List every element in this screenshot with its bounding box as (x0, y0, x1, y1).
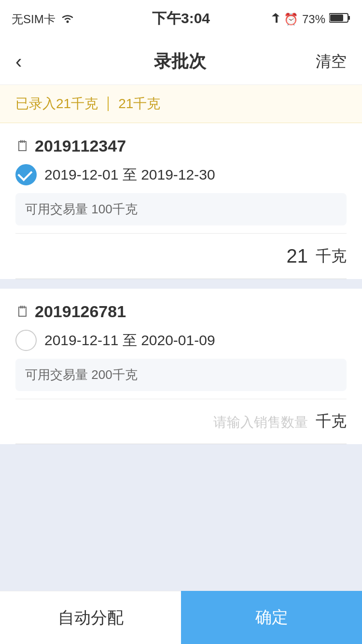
batch-1-date: 2019-12-01 至 2019-12-30 (44, 165, 215, 185)
batch-2-quantity-input[interactable] (211, 413, 308, 431)
batch-2-header: 🗒 2019126781 (0, 289, 362, 326)
batch-2-available: 可用交易量 200千克 (15, 359, 347, 391)
recorded-amount: 已录入21千克 (15, 95, 98, 113)
status-bar: 无SIM卡 下午3:04 ⏰ 73% (0, 0, 362, 39)
batch-card-1: 🗒 2019112347 2019-12-01 至 2019-12-30 可用交… (0, 123, 362, 279)
info-divider (108, 97, 109, 111)
svg-rect-3 (330, 14, 343, 21)
nav-bar: ‹ 录批次 清空 (0, 39, 362, 85)
alarm-icon: ⏰ (284, 13, 298, 26)
batch-2-id: 2019126781 (35, 302, 126, 321)
batch-1-unit: 千克 (316, 246, 347, 267)
auto-distribute-button[interactable]: 自动分配 (0, 591, 181, 644)
svg-rect-2 (348, 16, 350, 20)
batch-1-id: 2019112347 (35, 137, 126, 155)
page-title: 录批次 (154, 50, 206, 73)
batch-card-2: 🗒 2019126781 2019-12-11 至 2020-01-09 可用交… (0, 289, 362, 444)
batch-1-available: 可用交易量 100千克 (15, 193, 347, 225)
back-button[interactable]: ‹ (15, 51, 44, 72)
location-icon (271, 13, 280, 26)
wifi-icon (60, 13, 75, 26)
batch-1-quantity-row: 千克 (0, 234, 362, 279)
info-bar: 已录入21千克 21千克 (0, 85, 362, 123)
batch-1-date-row[interactable]: 2019-12-01 至 2019-12-30 (0, 160, 362, 189)
section-divider (0, 279, 362, 289)
total-amount: 21千克 (118, 95, 160, 113)
status-left: 无SIM卡 (12, 12, 75, 27)
svg-point-0 (66, 21, 69, 23)
carrier-text: 无SIM卡 (12, 12, 56, 27)
batch-2-input-row: 千克 (0, 399, 362, 444)
battery-text: 73% (302, 13, 325, 26)
battery-icon (329, 13, 350, 26)
batch-1-icon: 🗒 (15, 138, 30, 154)
batch-1-quantity-input[interactable] (240, 245, 308, 267)
clear-button[interactable]: 清空 (316, 51, 347, 72)
batch-2-unit: 千克 (316, 411, 347, 432)
status-right: ⏰ 73% (271, 13, 350, 26)
batch-2-icon: 🗒 (15, 304, 30, 320)
batch-2-date: 2019-12-11 至 2020-01-09 (44, 331, 215, 350)
status-time: 下午3:04 (152, 9, 210, 28)
batch-1-header: 🗒 2019112347 (0, 123, 362, 160)
batch-2-date-row[interactable]: 2019-12-11 至 2020-01-09 (0, 326, 362, 355)
bottom-bar: 自动分配 确定 (0, 591, 362, 644)
batch-2-radio[interactable] (15, 330, 37, 351)
batch-1-radio[interactable] (15, 164, 37, 185)
confirm-button[interactable]: 确定 (181, 591, 362, 644)
